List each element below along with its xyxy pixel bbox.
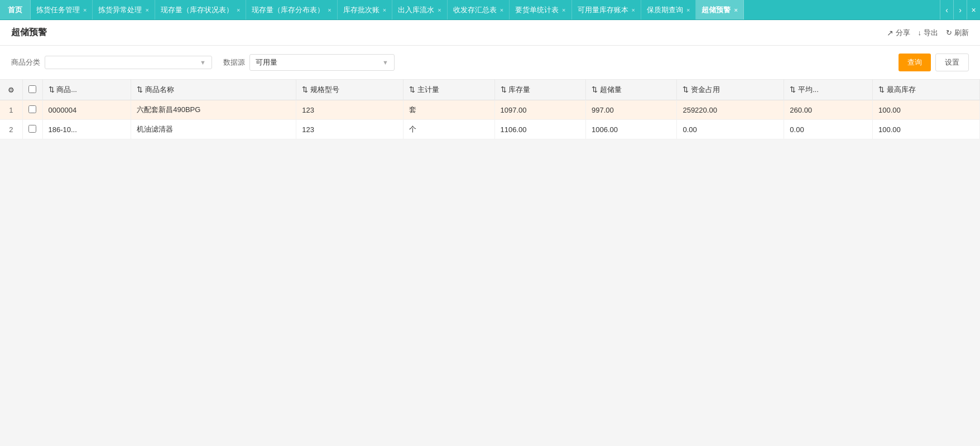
table-row: 1 0000004 六配套新昌490BPG 123 套 1097.00 997.… (0, 100, 980, 120)
filter-actions: 查询 设置 (899, 54, 969, 71)
row-checkbox[interactable] (28, 125, 36, 133)
settings-button[interactable]: 设置 (935, 54, 969, 71)
close-icon[interactable]: × (83, 7, 87, 13)
close-icon[interactable]: × (237, 7, 240, 13)
export-icon: ↓ (918, 28, 922, 37)
close-icon[interactable]: × (562, 7, 565, 13)
datasource-value: 可用量 (256, 57, 277, 67)
row-product-name: 六配套新昌490BPG (131, 100, 296, 120)
table-header-row: ⚙ ⇅ 商品... ⇅ 商品名称 ⇅ 规格型号 ⇅ 主计量 ⇅ (0, 80, 980, 100)
nav-inout[interactable]: 出入库流水 × (392, 0, 447, 20)
datasource-label: 数据源 (223, 57, 245, 67)
nav-home[interactable]: 首页 (0, 0, 31, 20)
close-icon[interactable]: × (500, 7, 503, 13)
nav-right-arrow[interactable]: › (953, 0, 967, 20)
col-avg[interactable]: ⇅ 平均... (784, 80, 873, 100)
row-index: 2 (0, 120, 22, 139)
col-spec[interactable]: ⇅ 规格型号 (296, 80, 403, 100)
col-stock[interactable]: ⇅ 库存量 (494, 80, 585, 100)
row-avg: 260.00 (784, 100, 873, 120)
row-product-code: 0000004 (42, 100, 131, 120)
row-checkbox-cell[interactable] (22, 120, 42, 139)
refresh-button[interactable]: ↻ 刷新 (946, 28, 969, 38)
close-icon[interactable]: × (328, 7, 331, 13)
nav-usable-stock[interactable]: 可用量库存账本 × (572, 0, 641, 20)
col-setting[interactable]: ⚙ (0, 80, 22, 100)
close-icon[interactable]: × (145, 7, 148, 13)
page-header: 超储预警 ↗ 分享 ↓ 导出 ↻ 刷新 (0, 20, 980, 46)
row-product-name: 机油滤清器 (131, 120, 296, 139)
close-icon[interactable]: × (632, 7, 635, 13)
col-product-name[interactable]: ⇅ 商品名称 (131, 80, 296, 100)
nav-batch[interactable]: 库存批次账 × (338, 0, 392, 20)
select-all-checkbox[interactable] (28, 85, 36, 93)
share-icon: ↗ (887, 28, 893, 37)
row-checkbox-cell[interactable] (22, 100, 42, 120)
nav-task-mgmt[interactable]: 拣货任务管理 × (31, 0, 93, 20)
top-nav: 首页 拣货任务管理 × 拣货异常处理 × 现存量（库存状况表） × 现存量（库存… (0, 0, 980, 20)
close-icon[interactable]: × (686, 7, 690, 13)
col-unit[interactable]: ⇅ 主计量 (403, 80, 494, 100)
row-overstock: 1006.00 (585, 120, 676, 139)
close-icon[interactable]: × (383, 7, 386, 13)
nav-stock-dist[interactable]: 现存量（库存分布表） × (246, 0, 337, 20)
datasource-filter: 数据源 可用量 ▼ (223, 54, 395, 71)
nav-expiry[interactable]: 保质期查询 × (641, 0, 696, 20)
row-product-code: 186-10... (42, 120, 131, 139)
close-icon[interactable]: × (734, 7, 737, 13)
row-spec: 123 (296, 120, 403, 139)
nav-current-stock[interactable]: 现存量（库存状况表） × (155, 0, 246, 20)
row-stock: 1106.00 (494, 120, 585, 139)
query-button[interactable]: 查询 (899, 54, 931, 71)
chevron-down-icon: ▼ (200, 59, 206, 66)
row-overstock: 997.00 (585, 100, 676, 120)
filter-bar: 商品分类 ▼ 数据源 可用量 ▼ 查询 设置 (0, 46, 980, 80)
row-max-stock: 100.00 (873, 120, 980, 139)
share-button[interactable]: ↗ 分享 (887, 28, 910, 38)
gear-icon[interactable]: ⚙ (8, 86, 15, 94)
nav-close-all[interactable]: × (967, 0, 980, 20)
category-select[interactable]: ▼ (45, 56, 212, 69)
row-stock: 1097.00 (494, 100, 585, 120)
nav-left-arrow[interactable]: ‹ (940, 0, 953, 20)
row-spec: 123 (296, 100, 403, 120)
category-label: 商品分类 (11, 57, 40, 67)
chevron-down-icon: ▼ (382, 59, 388, 66)
row-index: 1 (0, 100, 22, 120)
row-unit: 个 (403, 120, 494, 139)
category-filter: 商品分类 ▼ (11, 56, 212, 69)
nav-order-stat[interactable]: 要货单统计表 × (510, 0, 571, 20)
data-table: ⚙ ⇅ 商品... ⇅ 商品名称 ⇅ 规格型号 ⇅ 主计量 ⇅ (0, 80, 980, 139)
row-unit: 套 (403, 100, 494, 120)
col-product-code[interactable]: ⇅ 商品... (42, 80, 131, 100)
header-actions: ↗ 分享 ↓ 导出 ↻ 刷新 (887, 28, 969, 38)
col-max-stock[interactable]: ⇅ 最高库存 (873, 80, 980, 100)
table-row: 2 186-10... 机油滤清器 123 个 1106.00 1006.00 … (0, 120, 980, 139)
row-capital: 259220.00 (677, 100, 784, 120)
col-checkbox[interactable] (22, 80, 42, 100)
nav-abnormal[interactable]: 拣货异常处理 × (93, 0, 155, 20)
col-overstock[interactable]: ⇅ 超储量 (585, 80, 676, 100)
close-icon[interactable]: × (438, 7, 441, 13)
row-max-stock: 100.00 (873, 100, 980, 120)
row-checkbox[interactable] (28, 105, 36, 113)
nav-overstock[interactable]: 超储预警 × (696, 0, 743, 20)
row-avg: 0.00 (784, 120, 873, 139)
datasource-select[interactable]: 可用量 ▼ (249, 54, 395, 71)
col-capital[interactable]: ⇅ 资金占用 (677, 80, 784, 100)
nav-collect[interactable]: 收发存汇总表 × (448, 0, 510, 20)
row-capital: 0.00 (677, 120, 784, 139)
table-container: ⚙ ⇅ 商品... ⇅ 商品名称 ⇅ 规格型号 ⇅ 主计量 ⇅ (0, 80, 980, 139)
nav-arrows: ‹ › × (940, 0, 980, 20)
export-button[interactable]: ↓ 导出 (918, 28, 939, 38)
page-title: 超储预警 (11, 27, 47, 38)
refresh-icon: ↻ (946, 28, 952, 37)
